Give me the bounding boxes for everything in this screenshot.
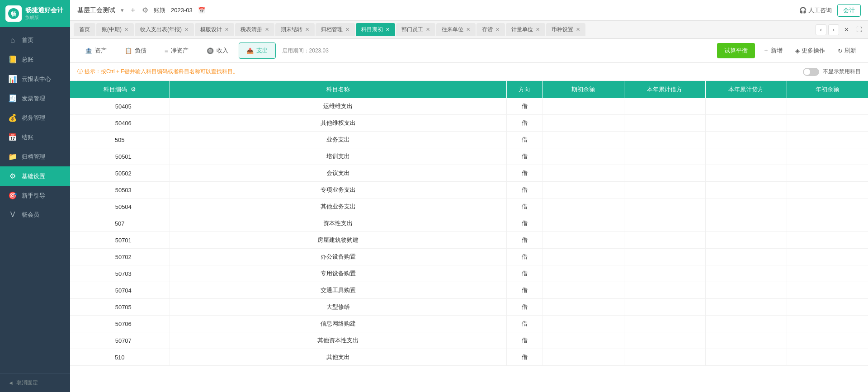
tab-period-end-close[interactable]: ✕ <box>305 27 309 33</box>
cell-name-12: 大型修缮 <box>170 299 506 316</box>
tab-home[interactable]: 首页 <box>74 23 95 36</box>
tab-department-close[interactable]: ✕ <box>426 27 430 33</box>
sidebar-label-home: 首页 <box>22 36 33 44</box>
sidebar-collapse-button[interactable]: ◄ 取消固定 <box>0 373 70 392</box>
sub-tab-expense[interactable]: 📤 支出 <box>239 43 276 59</box>
tab-department[interactable]: 部门员工✕ <box>396 23 435 36</box>
cell-year-balance-2 <box>787 132 868 148</box>
more-actions-button[interactable]: ◈ 更多操作 <box>791 44 830 57</box>
cell-debit-14 <box>624 332 705 349</box>
tab-interim-close[interactable]: ✕ <box>124 27 128 33</box>
trial-balance-button[interactable]: 试算平衡 <box>717 43 755 58</box>
tab-interim[interactable]: 账(中期)✕ <box>96 23 134 36</box>
sidebar-item-invoice[interactable]: 🧾 发票管理 <box>0 89 70 108</box>
table-row[interactable]: 505 业务支出 借 <box>70 132 868 148</box>
table-row[interactable]: 50701 房屋建筑物购建 借 <box>70 232 868 249</box>
cell-name-11: 交通工具购置 <box>170 282 506 299</box>
tab-unit-close[interactable]: ✕ <box>536 27 540 33</box>
tab-inventory-close[interactable]: ✕ <box>495 27 500 33</box>
account-type-button[interactable]: 会计 <box>837 4 861 17</box>
add-company-button[interactable]: ＋ <box>129 5 137 15</box>
tab-income[interactable]: 收入支出表(年报)✕ <box>135 23 194 36</box>
cell-period-balance-2 <box>542 132 624 148</box>
tab-fullscreen-button[interactable]: ⛶ <box>854 24 864 35</box>
add-label: 新增 <box>771 47 783 55</box>
hint-text: ⓘ 提示：按Ctrl + F键并输入科目编码或者科目名称可以查找科目。 <box>77 68 238 76</box>
table-row[interactable]: 50501 培训支出 借 <box>70 148 868 165</box>
table-row[interactable]: 510 其他支出 借 <box>70 349 868 366</box>
table-row[interactable]: 507 资本性支出 借 <box>70 215 868 232</box>
sidebar-item-guide[interactable]: 🎯 新手引导 <box>0 186 70 205</box>
table-row[interactable]: 50502 会议支出 借 <box>70 165 868 182</box>
tab-currency-close[interactable]: ✕ <box>576 27 580 33</box>
tab-archive-close[interactable]: ✕ <box>345 27 349 33</box>
add-button[interactable]: ＋ 新增 <box>759 44 787 57</box>
tab-subject-period-close[interactable]: ✕ <box>386 27 390 33</box>
hint-content: 提示：按Ctrl + F键并输入科目编码或者科目名称可以查找科目。 <box>85 68 238 76</box>
sidebar-logo: 畅 畅捷通好会计 旗舰版 <box>0 0 70 27</box>
table-row[interactable]: 50406 其他维权支出 借 <box>70 115 868 132</box>
tab-template[interactable]: 模版设计✕ <box>195 23 234 36</box>
cell-period-balance-3 <box>542 148 624 165</box>
cell-year-balance-6 <box>787 198 868 215</box>
tab-inventory[interactable]: 存货✕ <box>476 23 505 36</box>
cell-period-balance-8 <box>542 232 624 249</box>
help-button[interactable]: 🎧 人工咨询 <box>799 6 832 14</box>
tab-tax-close[interactable]: ✕ <box>265 27 269 33</box>
tab-template-close[interactable]: ✕ <box>225 27 229 33</box>
cell-debit-9 <box>624 249 705 265</box>
table-row[interactable]: 50706 信息网络购建 借 <box>70 316 868 332</box>
cell-debit-11 <box>624 282 705 299</box>
col-header-period-balance: 期初余额 <box>542 81 624 98</box>
table-row[interactable]: 50703 专用设备购置 借 <box>70 265 868 282</box>
table-row[interactable]: 50705 大型修缮 借 <box>70 299 868 316</box>
column-settings-icon[interactable]: ⚙ <box>131 86 136 93</box>
sub-tab-income[interactable]: 🔘 收入 <box>199 43 236 59</box>
sidebar-item-tax_mgmt[interactable]: 💰 税务管理 <box>0 108 70 128</box>
cell-year-balance-9 <box>787 249 868 265</box>
sub-tab-equity[interactable]: ≡ 净资产 <box>157 43 196 59</box>
sidebar-item-checkout[interactable]: 📅 结账 <box>0 128 70 147</box>
refresh-button[interactable]: ↻ 刷新 <box>833 44 861 57</box>
tab-interim-label: 账(中期) <box>102 26 122 33</box>
tab-currency[interactable]: 币种设置✕ <box>546 23 585 36</box>
tab-subject-period[interactable]: 科目期初✕ <box>356 23 395 36</box>
tab-partner[interactable]: 往来单位✕ <box>436 23 476 36</box>
sidebar-item-settings[interactable]: ⚙ 基础设置 <box>0 166 70 186</box>
sidebar-label-ledger: 总账 <box>22 56 33 64</box>
table-row[interactable]: 50504 其他业务支出 借 <box>70 198 868 215</box>
disabled-subject-toggle[interactable] <box>803 68 819 76</box>
table-row[interactable]: 50405 运维维支出 借 <box>70 98 868 115</box>
cell-name-3: 培训支出 <box>170 148 506 165</box>
col-header-code: 科目编码 ⚙ <box>70 81 170 98</box>
calendar-icon[interactable]: 📅 <box>198 7 205 14</box>
cell-direction-13: 借 <box>506 316 542 332</box>
refresh-icon: ↻ <box>838 47 843 54</box>
tab-period-end[interactable]: 期末结转✕ <box>275 23 315 36</box>
sub-tab-asset[interactable]: 🏦 资产 <box>77 43 114 59</box>
tab-scroll-right-button[interactable]: › <box>828 24 839 35</box>
company-dropdown-arrow[interactable]: ▾ <box>121 7 124 14</box>
sidebar-item-member[interactable]: V 畅会员 <box>0 205 70 224</box>
toggle-label: 不显示禁用科目 <box>823 68 861 76</box>
tab-tax[interactable]: 税表清册✕ <box>235 23 274 36</box>
tab-archive[interactable]: 归档管理✕ <box>316 23 355 36</box>
sub-tab-liability[interactable]: 📋 负债 <box>117 43 154 59</box>
table-row[interactable]: 50704 交通工具购置 借 <box>70 282 868 299</box>
sidebar-item-archive_mgmt[interactable]: 📁 归档管理 <box>0 147 70 166</box>
sub-tab-bar: 🏦 资产 📋 负债 ≡ 净资产 🔘 收入 📤 支出 启用期间：2023.03 试 <box>70 39 868 63</box>
table-row[interactable]: 50503 专项业务支出 借 <box>70 182 868 198</box>
tab-income-close[interactable]: ✕ <box>184 27 189 33</box>
table-row[interactable]: 50707 其他资本性支出 借 <box>70 332 868 349</box>
company-settings-icon[interactable]: ⚙ <box>142 6 148 14</box>
cell-year-balance-11 <box>787 282 868 299</box>
tab-scroll-left-button[interactable]: ‹ <box>816 24 826 35</box>
tab-partner-close[interactable]: ✕ <box>466 27 470 33</box>
sidebar-item-reports[interactable]: 📊 云报表中心 <box>0 69 70 89</box>
tab-close-all-button[interactable]: ✕ <box>841 24 852 35</box>
tab-unit[interactable]: 计量单位✕ <box>506 23 545 36</box>
tax_mgmt-icon: 💰 <box>8 113 17 122</box>
sidebar-item-home[interactable]: ⌂ 首页 <box>0 31 70 50</box>
table-row[interactable]: 50702 办公设备购置 借 <box>70 249 868 265</box>
sidebar-item-ledger[interactable]: 📒 总账 <box>0 50 70 69</box>
